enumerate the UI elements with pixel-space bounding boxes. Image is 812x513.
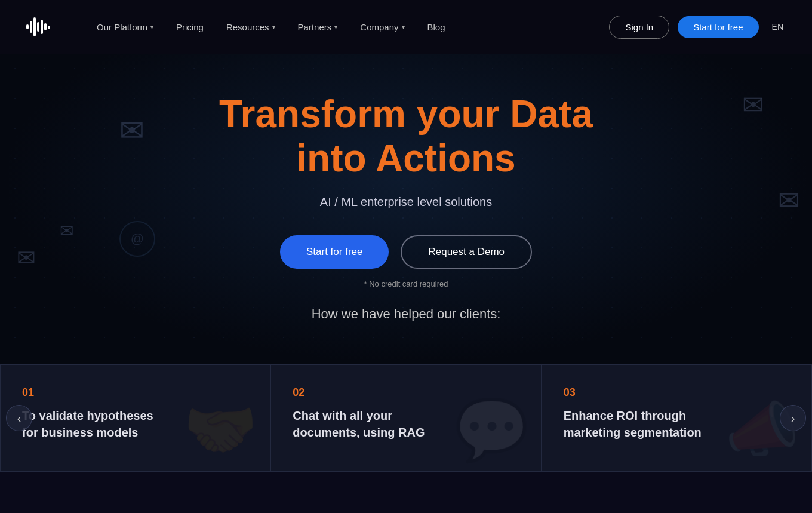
- nav-item-blog[interactable]: Blog: [419, 17, 454, 37]
- start-free-nav-button[interactable]: Start for free: [678, 16, 758, 38]
- nav-label-resources: Resources: [226, 22, 269, 32]
- carousel-track: 01 To validate hypotheses for business m…: [0, 364, 812, 472]
- hero-title-line1: Transform your Data: [219, 93, 593, 136]
- card-text-2: Chat with all your documents, using RAG: [293, 407, 436, 441]
- card-text-3: Enhance ROI through marketing segmentati…: [564, 407, 707, 441]
- hero-section: ✉ ✉ ✉ ✉ ✉ @ Transform your Data into Act…: [0, 54, 812, 364]
- card-bg-icon-2: 💬: [454, 395, 529, 465]
- language-selector[interactable]: EN: [767, 20, 788, 34]
- nav-item-company[interactable]: Company ▾: [352, 17, 413, 37]
- hero-note: * No credit card required: [219, 279, 593, 288]
- deco-email-icon-2: ✉: [742, 90, 764, 120]
- svg-rect-3: [37, 22, 39, 32]
- carousel-card-3: 03 Enhance ROI through marketing segment…: [542, 364, 812, 472]
- chevron-down-icon: ▾: [334, 24, 337, 30]
- svg-rect-0: [26, 24, 29, 29]
- card-text-1: To validate hypotheses for business mode…: [22, 407, 165, 441]
- nav-right: Sign In Start for free EN: [609, 16, 788, 39]
- nav-label-pricing: Pricing: [176, 22, 204, 32]
- card-bg-icon-1: 🤝: [183, 395, 258, 465]
- svg-rect-2: [33, 17, 36, 36]
- svg-rect-5: [44, 23, 47, 30]
- deco-email-icon-5: ✉: [778, 185, 800, 216]
- start-free-hero-button[interactable]: Start for free: [280, 235, 389, 269]
- request-demo-button[interactable]: Request a Demo: [401, 235, 532, 269]
- nav-item-partners[interactable]: Partners ▾: [290, 17, 346, 37]
- nav-links: Our Platform ▾ Pricing Resources ▾ Partn…: [88, 17, 609, 37]
- carousel-wrapper: ‹ 01 To validate hypotheses for business…: [0, 364, 812, 472]
- nav-item-resources[interactable]: Resources ▾: [218, 17, 284, 37]
- nav-item-our-platform[interactable]: Our Platform ▾: [88, 17, 162, 37]
- nav-label-blog: Blog: [427, 22, 445, 32]
- deco-at-icon: @: [119, 221, 155, 257]
- carousel-card-2: 02 Chat with all your documents, using R…: [270, 364, 541, 472]
- deco-email-icon-3: ✉: [17, 245, 36, 271]
- clients-section: How we have helped our clients:: [312, 288, 501, 337]
- svg-rect-6: [48, 26, 50, 29]
- svg-rect-1: [30, 21, 32, 33]
- navbar: NextBrain Our Platform ▾ Pricing Resourc…: [0, 0, 812, 54]
- chevron-down-icon: ▾: [272, 24, 275, 30]
- chevron-down-icon: ▾: [150, 24, 153, 30]
- carousel-next-button[interactable]: ›: [780, 405, 806, 431]
- carousel-card-1: 01 To validate hypotheses for business m…: [0, 364, 270, 472]
- nav-label-our-platform: Our Platform: [97, 22, 147, 32]
- logo-icon: NextBrain: [24, 13, 53, 41]
- svg-rect-4: [41, 20, 43, 34]
- clients-heading: How we have helped our clients:: [312, 306, 501, 322]
- nav-label-company: Company: [360, 22, 398, 32]
- chevron-down-icon: ▾: [402, 24, 405, 30]
- hero-content: Transform your Data into Actions AI / ML…: [219, 93, 593, 288]
- hero-buttons: Start for free Request a Demo: [219, 235, 593, 269]
- hero-title: Transform your Data into Actions: [219, 93, 593, 180]
- carousel-prev-button[interactable]: ‹: [6, 405, 32, 431]
- signin-button[interactable]: Sign In: [609, 16, 669, 39]
- hero-subtitle: AI / ML enterprise level solutions: [219, 195, 593, 209]
- hero-title-line2: into Actions: [296, 137, 515, 180]
- deco-email-icon-4: ✉: [60, 221, 73, 241]
- logo-area[interactable]: NextBrain: [24, 13, 53, 41]
- nav-item-pricing[interactable]: Pricing: [168, 17, 212, 37]
- nav-label-partners: Partners: [298, 22, 332, 32]
- deco-email-icon-1: ✉: [119, 113, 144, 148]
